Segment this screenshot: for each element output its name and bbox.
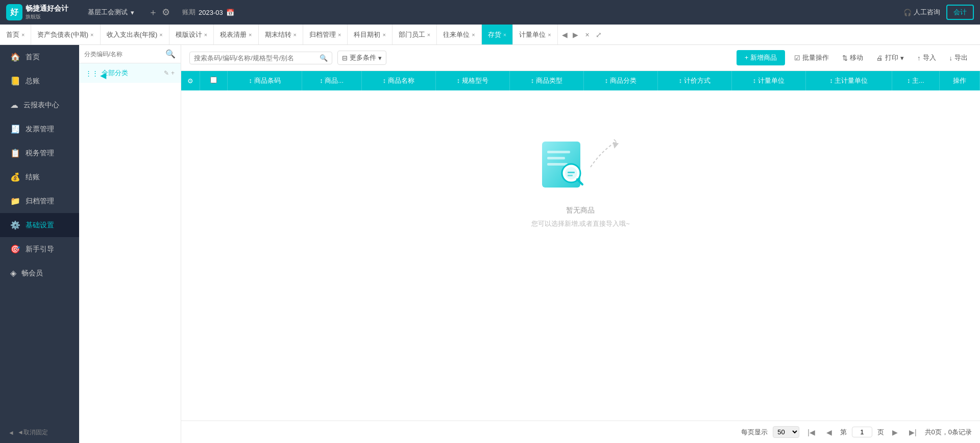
main-layout: 🏠 首页 📒 总账 ☁ 云报表中心 🧾 发票管理 📋 税务管理 💰 结账 📁 归… [0, 45, 980, 443]
close-all-tabs-icon[interactable]: × [582, 31, 593, 39]
tab-template[interactable]: 模版设计 × [169, 25, 214, 44]
page-last-btn[interactable]: ▶| [906, 427, 920, 437]
expand-tab-icon[interactable]: ⤢ [593, 31, 605, 39]
tab-tax-close[interactable]: × [249, 32, 252, 38]
move-label: 移动 [850, 53, 863, 62]
th-pricing[interactable]: ↕ 计价方式 [657, 71, 731, 90]
export-label: 导出 [954, 53, 968, 62]
left-panel-collapse-btn[interactable]: ◀ [100, 71, 106, 80]
product-search-input[interactable] [194, 54, 316, 62]
tab-archive[interactable]: 归档管理 × [303, 25, 348, 44]
tab-inventory[interactable]: 存货 × [482, 25, 513, 44]
tab-template-close[interactable]: × [204, 32, 207, 38]
tab-subject-close[interactable]: × [382, 32, 385, 38]
th-settings[interactable]: ⚙ [181, 71, 200, 90]
sidebar-item-settlement[interactable]: 💰 结账 [0, 165, 79, 189]
left-panel-actions: ✎ + [164, 69, 175, 77]
more-filter-btn[interactable]: ⊟ 更多条件 ▾ [337, 51, 386, 65]
sidebar-item-member[interactable]: ◈ 畅会员 [0, 261, 79, 285]
sidebar-item-guide[interactable]: 🎯 新手引导 [0, 237, 79, 261]
top-header: 好 畅捷通好会计 旗舰版 基层工会测试 ▾ ＋ ⚙ 账期 2023-03 📅 🎧… [0, 0, 980, 25]
tab-unit-close[interactable]: × [548, 32, 551, 38]
th-name[interactable]: ↕ 商品名称 [361, 71, 435, 90]
page-prev-btn[interactable]: ◀ [823, 427, 835, 437]
tab-balance-sheet[interactable]: 资产负债表(中期) × [31, 25, 100, 44]
tab-home-close[interactable]: × [21, 32, 24, 38]
invoice-icon: 🧾 [10, 124, 20, 134]
svg-rect-3 [547, 163, 568, 166]
reports-icon: ☁ [10, 100, 18, 110]
select-all-checkbox[interactable] [210, 77, 217, 83]
th-unit[interactable]: ↕ 计量单位 [731, 71, 805, 90]
tab-archive-close[interactable]: × [338, 32, 341, 38]
tax-icon: 📋 [10, 148, 20, 158]
import-btn[interactable]: ↑ 导入 [913, 51, 940, 64]
workspace-selector[interactable]: 基层工会测试 ▾ [84, 6, 138, 19]
left-panel: 🔍 ⋮⋮ 全部分类 ✎ + ◀ [79, 45, 181, 443]
sidebar-item-archive[interactable]: 📁 归档管理 [0, 189, 79, 213]
th-type[interactable]: ↕ 商品类型 [509, 71, 583, 90]
add-product-button[interactable]: + 新增商品 [737, 50, 785, 65]
add-tab-icon[interactable]: ＋ [149, 6, 158, 18]
tab-balance-sheet-close[interactable]: × [90, 32, 93, 38]
settlement-icon: 💰 [10, 172, 20, 182]
tab-prev-icon[interactable]: ◀ [560, 30, 570, 40]
calendar-icon[interactable]: 📅 [226, 9, 234, 16]
sidebar-item-tax[interactable]: 📋 税务管理 [0, 141, 79, 165]
tab-period-close-btn[interactable]: × [293, 32, 297, 38]
sidebar-item-general-ledger[interactable]: 📒 总账 [0, 69, 79, 93]
tab-department-label: 部门员工 [399, 30, 425, 39]
sidebar-item-basic-settings[interactable]: ⚙️ 基础设置 [0, 213, 79, 237]
category-add-icon[interactable]: + [171, 69, 175, 77]
per-page-select[interactable]: 50 10 20 100 [773, 426, 799, 438]
tab-department-close[interactable]: × [427, 32, 430, 38]
th-spec[interactable]: ↕ 规格型号 [435, 71, 509, 90]
sidebar-reports-label: 云报表中心 [23, 101, 59, 110]
th-barcode[interactable]: ↕ 商品条码 [228, 71, 302, 90]
category-search-input[interactable] [84, 51, 162, 58]
tab-inventory-close[interactable]: × [503, 32, 506, 38]
tab-income[interactable]: 收入支出表(年报) × [101, 25, 169, 44]
category-all-item[interactable]: ⋮⋮ 全部分类 ✎ + [79, 63, 181, 83]
category-edit-icon[interactable]: ✎ [164, 69, 169, 77]
tab-subject[interactable]: 科目期初 × [348, 25, 392, 44]
tab-next-icon[interactable]: ▶ [571, 30, 580, 40]
pin-label: ◄取消固定 [17, 428, 48, 437]
tab-income-close[interactable]: × [159, 32, 162, 38]
sidebar-invoice-label: 发票管理 [26, 125, 54, 134]
tab-unit[interactable]: 计量单位 × [513, 25, 557, 44]
left-panel-search: 🔍 [79, 45, 181, 63]
account-button[interactable]: 会计 [946, 5, 974, 20]
th-checkbox[interactable] [200, 71, 228, 90]
tab-tax[interactable]: 税表清册 × [214, 25, 258, 44]
page-next-btn[interactable]: ▶ [889, 427, 901, 437]
sidebar-ledger-label: 总账 [26, 77, 40, 86]
settings-icon[interactable]: ⚙ [162, 7, 170, 18]
th-sub[interactable]: ↕ 主... [892, 71, 939, 90]
sidebar-item-invoice[interactable]: 🧾 发票管理 [0, 117, 79, 141]
export-btn[interactable]: ↓ 导出 [945, 51, 972, 64]
th-category[interactable]: ↕ 商品分类 [583, 71, 657, 90]
tab-inventory-label: 存货 [488, 30, 501, 39]
tab-department[interactable]: 部门员工 × [393, 25, 437, 44]
batch-action-btn[interactable]: ☑ 批量操作 [790, 51, 833, 64]
search-icon[interactable]: 🔍 [165, 49, 176, 59]
th-code[interactable]: ↕ 商品... [302, 71, 361, 90]
table-settings-icon[interactable]: ⚙ [187, 77, 193, 85]
sidebar-item-reports[interactable]: ☁ 云报表中心 [0, 93, 79, 117]
human-consult-btn[interactable]: 🎧 人工咨询 [903, 8, 940, 17]
page-number-input[interactable] [852, 427, 872, 437]
th-main-unit[interactable]: ↕ 主计量单位 [805, 71, 892, 90]
tab-home[interactable]: 首页 × [0, 25, 31, 44]
tab-contacts[interactable]: 往来单位 × [437, 25, 481, 44]
tab-period-close[interactable]: 期末结转 × [259, 25, 303, 44]
tab-contacts-label: 往来单位 [443, 30, 470, 39]
product-search-icon[interactable]: 🔍 [320, 54, 328, 62]
sidebar-pin-btn[interactable]: ◄ ◄取消固定 [0, 422, 79, 443]
print-chevron-icon: ▾ [900, 54, 904, 62]
print-btn[interactable]: 🖨 打印 ▾ [872, 51, 908, 64]
page-first-btn[interactable]: |◀ [804, 427, 818, 437]
sidebar-item-home[interactable]: 🏠 首页 [0, 45, 79, 69]
move-btn[interactable]: ⇅ 移动 [838, 51, 867, 64]
tab-contacts-close[interactable]: × [472, 32, 475, 38]
